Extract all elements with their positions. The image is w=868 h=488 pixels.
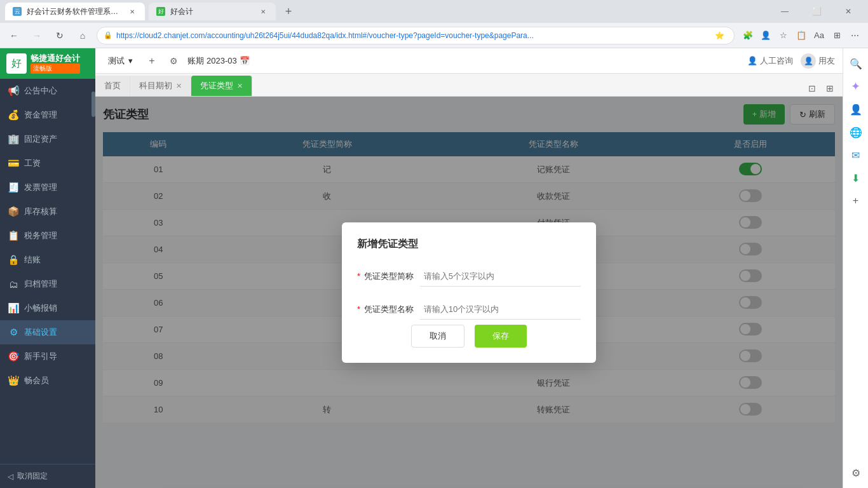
app-container: 好 畅捷通好会计 流畅版 📢 公告中心 💰 资金管理 🏢 固定资产 💳 bbox=[0, 48, 868, 488]
sidebar-logo: 好 畅捷通好会计 流畅版 bbox=[0, 48, 95, 79]
extensions-icon[interactable]: 🧩 bbox=[740, 27, 756, 44]
tab-title-2: 好会计 bbox=[170, 6, 193, 17]
input-abbr[interactable] bbox=[420, 266, 581, 287]
sidebar-item-label-announcement: 公告中心 bbox=[24, 85, 57, 97]
logo-text-area: 畅捷通好会计 流畅版 bbox=[31, 53, 80, 74]
home-button[interactable]: ⌂ bbox=[74, 27, 92, 44]
sidebar-item-archive[interactable]: 🗂 归档管理 bbox=[0, 272, 95, 296]
sidebar-item-guide[interactable]: 🎯 新手引导 bbox=[0, 344, 95, 369]
sidebar-scroll: 📢 公告中心 💰 资金管理 🏢 固定资产 💳 工资 🧾 发票管理 📦 库 bbox=[0, 79, 95, 464]
modal-title: 新增凭证类型 bbox=[357, 238, 581, 251]
save-button[interactable]: 保存 bbox=[475, 325, 527, 348]
right-panel-globe[interactable]: 🌐 bbox=[846, 122, 866, 142]
page-tab-voucher-label: 凭证类型 bbox=[200, 80, 233, 92]
right-panel-user[interactable]: 👤 bbox=[846, 99, 866, 119]
settings-icon: ⚙ bbox=[8, 327, 19, 338]
company-settings-button[interactable]: ⚙ bbox=[166, 53, 181, 69]
tab-minimize-button[interactable]: ⊡ bbox=[804, 81, 820, 96]
window-controls: — ⬜ ✕ bbox=[770, 3, 863, 20]
user-label: 用友 bbox=[818, 55, 835, 67]
profile-icon[interactable]: 👤 bbox=[757, 27, 774, 44]
close-button[interactable]: ✕ bbox=[834, 3, 863, 20]
archive-icon: 🗂 bbox=[8, 278, 19, 290]
form-label-abbr: * 凭证类型简称 bbox=[357, 271, 414, 282]
address-bar[interactable]: 🔒 https://cloud2.chanjet.com/accounting/… bbox=[97, 27, 735, 44]
invoice-icon: 🧾 bbox=[8, 182, 19, 193]
modal-dialog: 新增凭证类型 * 凭证类型简称 * 凭证类型名称 bbox=[342, 222, 596, 363]
sidebar-cancel-fixed[interactable]: ◁ 取消固定 bbox=[0, 464, 95, 488]
tab-title-1: 好会计云财务软件管理系统_会计 bbox=[27, 6, 122, 17]
right-panel-mail[interactable]: ✉ bbox=[846, 145, 866, 165]
consult-icon: 👤 bbox=[747, 56, 757, 65]
page-tab-voucher-close[interactable]: ✕ bbox=[237, 82, 243, 90]
assets-icon: 🏢 bbox=[8, 133, 19, 145]
forward-button[interactable]: → bbox=[28, 27, 46, 44]
consult-button[interactable]: 👤 人工咨询 bbox=[747, 55, 793, 67]
cancel-button[interactable]: 取消 bbox=[411, 325, 465, 348]
sidebar-item-label-report: 小畅报销 bbox=[24, 302, 57, 314]
new-tab-button[interactable]: + bbox=[280, 3, 297, 20]
browser-tab-2[interactable]: 好 好会计 ✕ bbox=[149, 3, 276, 20]
user-button[interactable]: 👤 用友 bbox=[801, 53, 835, 69]
sidebar-item-finance[interactable]: 💰 资金管理 bbox=[0, 103, 95, 127]
topbar-right: 👤 人工咨询 👤 用友 bbox=[747, 53, 835, 69]
tools-icon[interactable]: ⋯ bbox=[846, 27, 863, 44]
close-period-icon: 🔒 bbox=[8, 254, 19, 266]
sidebar-item-label-guide: 新手引导 bbox=[24, 351, 57, 362]
period-label: 账期 bbox=[187, 55, 204, 67]
right-panel-search[interactable]: 🔍 bbox=[846, 53, 866, 74]
minimize-button[interactable]: — bbox=[770, 3, 799, 20]
sidebar-item-label-finance: 资金管理 bbox=[24, 109, 57, 121]
period-info: 账期 2023-03 📅 bbox=[187, 55, 250, 67]
input-name[interactable] bbox=[420, 299, 581, 320]
sidebar-item-label-assets: 固定资产 bbox=[24, 133, 57, 145]
cancel-fixed-icon: ◁ bbox=[8, 472, 13, 481]
immersive-icon[interactable]: Aa bbox=[811, 27, 827, 44]
page-tab-subject-label: 科目期初 bbox=[139, 80, 172, 92]
back-button[interactable]: ← bbox=[5, 27, 23, 44]
company-selector[interactable]: 测试 ▾ bbox=[103, 53, 138, 69]
consult-label: 人工咨询 bbox=[760, 55, 793, 67]
sidebar-item-announcement[interactable]: 📢 公告中心 bbox=[0, 79, 95, 103]
report-icon: 📊 bbox=[8, 302, 19, 314]
member-icon: 👑 bbox=[8, 375, 19, 386]
sidebar-item-label-settings: 基础设置 bbox=[24, 327, 57, 338]
page-tab-subject[interactable]: 科目期初 ✕ bbox=[130, 76, 191, 96]
sidebar-item-member[interactable]: 👑 畅会员 bbox=[0, 369, 95, 393]
favorites-icon[interactable]: ☆ bbox=[775, 27, 792, 44]
modal-form: * 凭证类型简称 * 凭证类型名称 bbox=[357, 266, 581, 320]
right-panel: 🔍 ✦ 👤 🌐 ✉ ⬇ + ⚙ bbox=[843, 48, 868, 488]
sidebar-item-inventory[interactable]: 📦 库存核算 bbox=[0, 200, 95, 224]
right-panel-add[interactable]: + bbox=[846, 191, 866, 211]
favorite-icon[interactable]: ⭐ bbox=[711, 27, 728, 44]
add-company-button[interactable]: + bbox=[144, 53, 159, 69]
right-panel-download[interactable]: ⬇ bbox=[846, 168, 866, 188]
sidebar-item-settings[interactable]: ⚙ 基础设置 bbox=[0, 320, 95, 344]
calendar-icon: 📅 bbox=[240, 56, 250, 65]
tab-favicon-1: 云 bbox=[13, 7, 22, 16]
sidebar-item-salary[interactable]: 💳 工资 bbox=[0, 151, 95, 175]
tab-close-2[interactable]: ✕ bbox=[258, 6, 268, 17]
page-tab-voucher-type[interactable]: 凭证类型 ✕ bbox=[191, 76, 252, 96]
maximize-button[interactable]: ⬜ bbox=[802, 3, 831, 20]
page-tab-home-label: 首页 bbox=[104, 80, 121, 92]
sidebar-item-assets[interactable]: 🏢 固定资产 bbox=[0, 127, 95, 151]
page-tab-subject-close[interactable]: ✕ bbox=[176, 82, 182, 90]
page-tab-home[interactable]: 首页 bbox=[95, 76, 130, 96]
sidebar-item-tax[interactable]: 📋 税务管理 bbox=[0, 224, 95, 248]
refresh-button[interactable]: ↻ bbox=[51, 27, 69, 44]
browser-tab-1[interactable]: 云 好会计云财务软件管理系统_会计 ✕ bbox=[5, 3, 145, 20]
collections-icon[interactable]: 📋 bbox=[793, 27, 810, 44]
right-panel-settings[interactable]: ⚙ bbox=[846, 463, 866, 483]
tab-close-1[interactable]: ✕ bbox=[127, 6, 137, 17]
tab-expand-button[interactable]: ⊞ bbox=[822, 81, 837, 96]
sidebar-item-label-tax: 税务管理 bbox=[24, 230, 57, 241]
company-name: 测试 bbox=[108, 55, 125, 67]
sidebar-item-invoice[interactable]: 🧾 发票管理 bbox=[0, 175, 95, 200]
sidebar-item-report[interactable]: 📊 小畅报销 bbox=[0, 296, 95, 320]
split-icon[interactable]: ⊞ bbox=[829, 27, 845, 44]
modal-overlay: 新增凭证类型 * 凭证类型简称 * 凭证类型名称 bbox=[95, 97, 843, 488]
right-panel-star[interactable]: ✦ bbox=[846, 76, 866, 97]
sidebar-item-close[interactable]: 🔒 结账 bbox=[0, 248, 95, 272]
sidebar-item-label-invoice: 发票管理 bbox=[24, 182, 57, 193]
